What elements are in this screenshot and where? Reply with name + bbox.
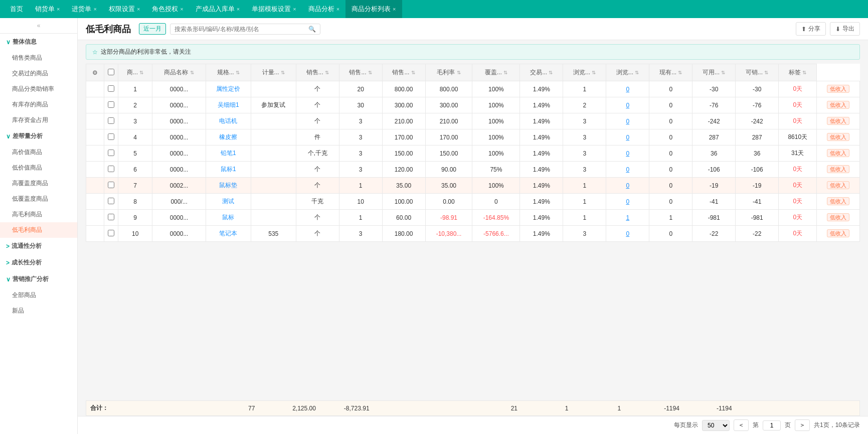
row-browse1[interactable]: 0 xyxy=(606,81,649,97)
row-browse1[interactable]: 0 xyxy=(606,97,649,113)
row-sale-amount: 90.00 xyxy=(425,162,472,178)
sidebar-item-low-gross[interactable]: 低毛利商品 xyxy=(0,222,77,238)
row-name[interactable]: 铅笔1 xyxy=(206,146,251,162)
row-settings[interactable] xyxy=(86,146,104,162)
nav-home[interactable]: 首页 xyxy=(4,0,29,18)
export-button[interactable]: ⬇ 导出 xyxy=(830,22,860,36)
sidebar-item-inventory-capital[interactable]: 库存资金占用 xyxy=(0,112,77,128)
row-checkbox[interactable] xyxy=(108,166,114,172)
sidebar-item-high-gross[interactable]: 高毛利商品 xyxy=(0,207,77,222)
row-settings[interactable] xyxy=(86,210,104,226)
row-settings[interactable] xyxy=(86,129,104,146)
sidebar-group-growth[interactable]: > 成长性分析 xyxy=(0,254,77,271)
row-settings[interactable] xyxy=(86,162,104,178)
select-all-checkbox[interactable] xyxy=(108,69,114,75)
row-name[interactable]: 电话机 xyxy=(206,113,251,129)
close-icon[interactable]: × xyxy=(93,6,96,12)
close-icon[interactable]: × xyxy=(180,6,183,12)
sidebar-group-marketing[interactable]: ∨ 营销推广分析 xyxy=(0,271,77,287)
nav-purchase-order[interactable]: 进货单 × xyxy=(66,0,102,18)
row-name[interactable]: 笔记本 xyxy=(206,226,251,242)
row-name[interactable]: 测试 xyxy=(206,194,251,210)
sidebar-item-low-coverage[interactable]: 低覆盖度商品 xyxy=(0,191,77,207)
row-name[interactable]: 鼠标 xyxy=(206,210,251,226)
row-code: 0000... xyxy=(152,113,206,129)
nav-permission-settings[interactable]: 权限设置 × xyxy=(103,0,146,18)
row-checkbox[interactable] xyxy=(108,182,114,188)
row-settings[interactable] xyxy=(86,113,104,129)
row-checkbox[interactable] xyxy=(108,214,114,220)
sidebar-item-traded-products[interactable]: 交易过的商品 xyxy=(0,66,77,81)
sidebar-group-abc-analysis[interactable]: ∨ 差帮量分析 xyxy=(0,128,77,144)
row-checkbox-cell xyxy=(104,113,118,129)
row-settings[interactable] xyxy=(86,81,104,97)
sidebar-group-overall-info[interactable]: ∨ 整体信息 xyxy=(0,34,77,50)
row-browse1[interactable]: 0 xyxy=(606,129,649,146)
row-sale-price: 180.00 xyxy=(382,226,425,242)
row-browse1[interactable]: 1 xyxy=(606,210,649,226)
nav-sales-order[interactable]: 销货单 × xyxy=(29,0,66,18)
row-gross-rate: 100% xyxy=(472,97,520,113)
row-checkbox[interactable] xyxy=(108,117,114,124)
sidebar-item-all-products[interactable]: 全部商品 xyxy=(0,287,77,303)
row-spec xyxy=(251,113,296,129)
row-settings[interactable] xyxy=(86,194,104,210)
sidebar-item-low-value[interactable]: 低价值商品 xyxy=(0,160,77,176)
row-checkbox[interactable] xyxy=(108,150,114,156)
row-settings[interactable] xyxy=(86,226,104,242)
close-icon[interactable]: × xyxy=(293,6,296,12)
row-name[interactable]: 属性定价 xyxy=(206,81,251,97)
row-browse1[interactable]: 0 xyxy=(606,178,649,194)
table-row: 7 0002... 鼠标垫 个 1 35.00 35.00 100% 1.49%… xyxy=(86,178,860,194)
row-browse1[interactable]: 0 xyxy=(606,226,649,242)
row-sale-price: 210.00 xyxy=(382,113,425,129)
row-browse1[interactable]: 0 xyxy=(606,146,649,162)
gross-rate-column-header: 毛利率 ⇅ xyxy=(425,64,472,81)
date-filter-button[interactable]: 近一月 xyxy=(139,23,166,35)
page-size-select[interactable]: 50 100 200 xyxy=(702,420,730,431)
row-name[interactable]: 橡皮擦 xyxy=(206,129,251,146)
row-code: 0000... xyxy=(152,146,206,162)
search-input[interactable] xyxy=(175,26,306,33)
prev-page-button[interactable]: ＜ xyxy=(734,419,749,431)
close-icon[interactable]: × xyxy=(393,6,396,12)
row-checkbox[interactable] xyxy=(108,230,114,236)
row-browse1[interactable]: 0 xyxy=(606,162,649,178)
close-icon[interactable]: × xyxy=(57,6,60,12)
page-number-input[interactable] xyxy=(763,420,781,430)
sidebar-item-category-rate[interactable]: 商品分类助销率 xyxy=(0,81,77,97)
sidebar-item-stocked-products[interactable]: 有库存的商品 xyxy=(0,97,77,112)
row-browse1[interactable]: 0 xyxy=(606,194,649,210)
close-icon[interactable]: × xyxy=(237,6,240,12)
sidebar-group-liquidity[interactable]: > 流通性分析 xyxy=(0,238,77,254)
close-icon[interactable]: × xyxy=(336,6,339,12)
row-checkbox[interactable] xyxy=(108,198,114,204)
sidebar-item-new-products[interactable]: 新品 xyxy=(0,303,77,319)
sidebar-item-high-value[interactable]: 高价值商品 xyxy=(0,144,77,160)
sidebar-item-sales-products[interactable]: 销售类商品 xyxy=(0,50,77,66)
row-checkbox[interactable] xyxy=(108,133,114,140)
nav-product-analysis[interactable]: 商品分析 × xyxy=(302,0,345,18)
search-icon[interactable]: 🔍 xyxy=(308,26,316,33)
row-settings[interactable] xyxy=(86,178,104,194)
sidebar-collapse-button[interactable]: « xyxy=(0,18,77,34)
share-button[interactable]: ⬆ 分享 xyxy=(796,22,826,36)
totals-sale-price: 2,125.00 xyxy=(278,405,330,412)
row-name[interactable]: 鼠标垫 xyxy=(206,178,251,194)
row-available: -981 xyxy=(736,210,779,226)
sidebar-item-high-coverage[interactable]: 高覆盖度商品 xyxy=(0,176,77,191)
row-browse1[interactable]: 0 xyxy=(606,113,649,129)
close-icon[interactable]: × xyxy=(137,6,140,12)
nav-template-settings[interactable]: 单据模板设置 × xyxy=(246,0,302,18)
row-name[interactable]: 吴细细1 xyxy=(206,97,251,113)
row-trade: 3 xyxy=(563,226,606,242)
row-checkbox[interactable] xyxy=(108,85,114,92)
nav-product-analysis-list[interactable]: 商品分析列表 × xyxy=(345,0,402,18)
nav-product-inbound[interactable]: 产成品入库单 × xyxy=(190,0,246,18)
row-name[interactable]: 鼠标1 xyxy=(206,162,251,178)
nav-role-auth[interactable]: 角色授权 × xyxy=(146,0,189,18)
settings-column-header[interactable]: ⚙ xyxy=(86,64,104,81)
row-checkbox[interactable] xyxy=(108,101,114,108)
row-settings[interactable] xyxy=(86,97,104,113)
next-page-button[interactable]: ＞ xyxy=(795,419,810,431)
